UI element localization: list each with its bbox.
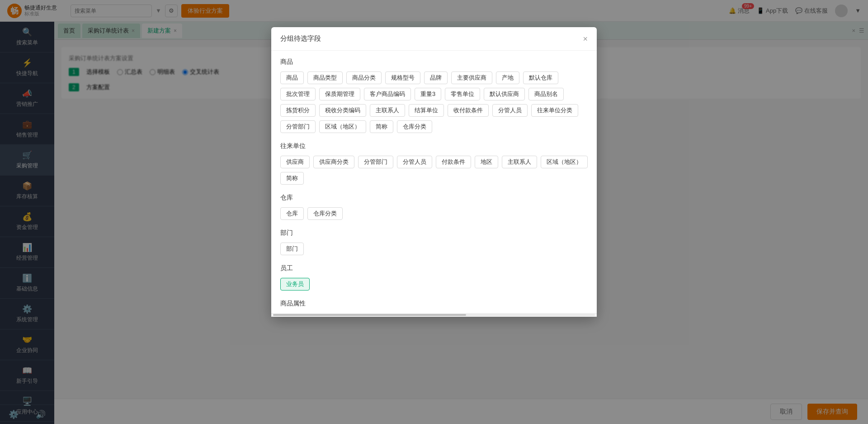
modal-close-button[interactable]: × xyxy=(583,35,588,43)
section-department: 部门 部门 xyxy=(280,229,588,255)
section-product-title: 商品 xyxy=(280,58,588,66)
section-product-attr-title: 商品属性 xyxy=(280,300,588,308)
field-tag[interactable]: 商品分类 xyxy=(346,71,382,84)
field-tag[interactable]: 地区 xyxy=(475,156,498,168)
field-tag[interactable]: 分管人员 xyxy=(397,156,432,168)
section-warehouse-title: 仓库 xyxy=(280,194,588,202)
field-tag[interactable]: 重量3 xyxy=(415,88,441,100)
field-tag[interactable]: 区域（地区） xyxy=(541,156,588,168)
modal-bottom-scrollbar[interactable] xyxy=(271,313,597,317)
field-tag[interactable]: 简称 xyxy=(370,120,393,133)
field-tag[interactable]: 主要供应商 xyxy=(451,71,492,84)
modal-header: 分组待选字段 × xyxy=(271,27,597,51)
field-tag[interactable]: 往来单位分类 xyxy=(531,104,578,117)
field-tag[interactable]: 主联系人 xyxy=(370,104,405,117)
modal-title: 分组待选字段 xyxy=(280,34,321,43)
field-tag[interactable]: 分管人员 xyxy=(492,104,528,117)
section-department-tags: 部门 xyxy=(280,243,588,255)
modal-body[interactable]: 商品 商品 商品类型 商品分类 规格型号 品牌 主要供应商 产地 默认仓库 批次… xyxy=(271,51,597,313)
field-tag[interactable]: 商品 xyxy=(280,71,304,84)
field-tag[interactable]: 收付款条件 xyxy=(448,104,489,117)
section-employee-title: 员工 xyxy=(280,264,588,272)
field-tag[interactable]: 规格型号 xyxy=(385,71,420,84)
section-department-title: 部门 xyxy=(280,229,588,237)
field-tag[interactable]: 仓库分类 xyxy=(307,207,343,220)
section-product: 商品 商品 商品类型 商品分类 规格型号 品牌 主要供应商 产地 默认仓库 批次… xyxy=(280,58,588,133)
section-employee: 员工 业务员 xyxy=(280,264,588,291)
field-tag[interactable]: 主联系人 xyxy=(502,156,537,168)
modal: 分组待选字段 × 商品 商品 商品类型 商品分类 规格型号 品牌 主要供应商 产… xyxy=(271,27,597,317)
field-tag[interactable]: 商品别名 xyxy=(528,88,564,100)
section-partner: 往来单位 供应商 供应商分类 分管部门 分管人员 付款条件 地区 主联系人 区域… xyxy=(280,142,588,185)
field-tag[interactable]: 商品类型 xyxy=(307,71,343,84)
field-tag[interactable]: 区域（地区） xyxy=(319,120,366,133)
field-tag[interactable]: 保质期管理 xyxy=(319,88,360,100)
field-tag[interactable]: 部门 xyxy=(280,243,304,255)
field-tag[interactable]: 供应商 xyxy=(280,156,310,168)
field-tag[interactable]: 供应商分类 xyxy=(313,156,354,168)
field-tag[interactable]: 简称 xyxy=(280,172,304,185)
field-tag[interactable]: 品牌 xyxy=(424,71,448,84)
section-warehouse: 仓库 仓库 仓库分类 xyxy=(280,194,588,220)
section-partner-tags: 供应商 供应商分类 分管部门 分管人员 付款条件 地区 主联系人 区域（地区） … xyxy=(280,156,588,185)
field-tag-salesperson[interactable]: 业务员 xyxy=(280,278,310,291)
field-tag[interactable]: 仓库分类 xyxy=(397,120,432,133)
field-tag[interactable]: 产地 xyxy=(496,71,519,84)
field-tag[interactable]: 批次管理 xyxy=(280,88,316,100)
field-tag[interactable]: 付款条件 xyxy=(436,156,471,168)
field-tag[interactable]: 分管部门 xyxy=(358,156,393,168)
modal-overlay: 分组待选字段 × 商品 商品 商品类型 商品分类 规格型号 品牌 主要供应商 产… xyxy=(0,0,868,424)
field-tag[interactable]: 仓库 xyxy=(280,207,304,220)
section-partner-title: 往来单位 xyxy=(280,142,588,150)
section-product-tags: 商品 商品类型 商品分类 规格型号 品牌 主要供应商 产地 默认仓库 批次管理 … xyxy=(280,71,588,133)
section-product-attr: 商品属性 属性 颜色 多规格 尺码 鞋码 1 xyxy=(280,300,588,313)
section-employee-tags: 业务员 xyxy=(280,278,588,291)
field-tag[interactable]: 拣货积分 xyxy=(280,104,316,117)
field-tag[interactable]: 税收分类编码 xyxy=(319,104,366,117)
field-tag[interactable]: 结算单位 xyxy=(409,104,444,117)
field-tag[interactable]: 默认供应商 xyxy=(484,88,525,100)
field-tag[interactable]: 分管部门 xyxy=(280,120,316,133)
field-tag[interactable]: 零售单位 xyxy=(445,88,480,100)
section-warehouse-tags: 仓库 仓库分类 xyxy=(280,207,588,220)
field-tag[interactable]: 默认仓库 xyxy=(523,71,558,84)
field-tag[interactable]: 客户商品编码 xyxy=(364,88,411,100)
